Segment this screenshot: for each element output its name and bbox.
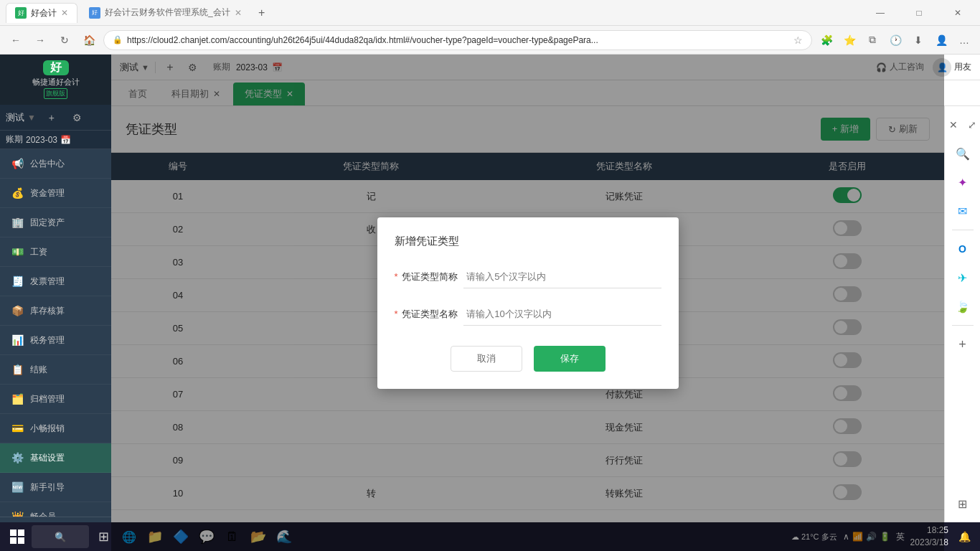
- sidebar-item-settlement[interactable]: 📋 结账: [0, 355, 111, 385]
- modal-footer: 取消 保存: [395, 346, 661, 372]
- profile-button[interactable]: 👤: [931, 30, 951, 50]
- browser-tab-1-label: 好会计云财务软件管理系统_会计: [105, 6, 230, 19]
- extensions-button[interactable]: 🧩: [816, 30, 837, 50]
- cancel-button[interactable]: 取消: [451, 346, 522, 372]
- window-controls: — □ ✕: [864, 3, 974, 23]
- name-label-text: 凭证类型名称: [402, 309, 458, 319]
- sidebar-item-member[interactable]: 👑 畅会员: [0, 502, 111, 517]
- sidebar-item-payroll[interactable]: 💵 工资: [0, 237, 111, 267]
- sidebar-item-announcement[interactable]: 📢 公告中心: [0, 149, 111, 179]
- sidebar-logo: 好 畅捷通好会计 旗舰版: [0, 55, 111, 105]
- start-button[interactable]: [6, 525, 29, 548]
- sidebar-item-expense[interactable]: 💳 小畅报销: [0, 414, 111, 443]
- panel-expand-button[interactable]: ⤢: [968, 119, 976, 131]
- payroll-icon: 💵: [10, 245, 24, 259]
- add-button[interactable]: +: [42, 108, 62, 128]
- minimize-button[interactable]: —: [864, 3, 897, 23]
- sidebar-item-member-label: 畅会员: [30, 511, 56, 517]
- panel-outlook-button[interactable]: O: [950, 236, 976, 262]
- sidebar-item-fixed-assets[interactable]: 🏢 固定资产: [0, 208, 111, 237]
- modal-form: * 凭证类型简称 * 凭证类型名称: [395, 265, 661, 326]
- guide-icon: 🆕: [10, 480, 24, 494]
- name-row: * 凭证类型名称: [395, 303, 661, 326]
- svg-rect-3: [18, 537, 24, 544]
- maximize-button[interactable]: □: [903, 3, 936, 23]
- panel-feather-button[interactable]: ✈: [950, 265, 976, 291]
- sidebar-item-inventory[interactable]: 📦 库存核算: [0, 296, 111, 326]
- sidebar-item-settings-label: 基础设置: [30, 452, 65, 464]
- reload-button[interactable]: ↻: [55, 30, 75, 50]
- add-voucher-type-modal: 新增凭证类型 * 凭证类型简称 * 凭证类型名称 取消 保存: [377, 217, 679, 389]
- company-name: 测试: [6, 111, 24, 124]
- panel-divider-2: [952, 325, 974, 326]
- modal-overlay[interactable]: 新增凭证类型 * 凭证类型简称 * 凭证类型名称 取消 保存: [111, 55, 944, 551]
- company-selector[interactable]: 测试 ▼: [6, 111, 36, 124]
- sidebar-item-invoice[interactable]: 🧾 发票管理: [0, 267, 111, 296]
- sidebar-item-announcement-label: 公告中心: [30, 158, 65, 170]
- top-bar-actions: + ⚙: [42, 108, 88, 128]
- panel-divider: [952, 230, 974, 230]
- sidebar-item-archive[interactable]: 🗂️ 归档管理: [0, 385, 111, 414]
- fixed-assets-icon: 🏢: [10, 215, 24, 230]
- abbr-row: * 凭证类型简称: [395, 265, 661, 288]
- panel-ai-button[interactable]: ✦: [950, 169, 976, 195]
- svg-rect-2: [10, 537, 17, 544]
- browser-tab-2-close[interactable]: ✕: [61, 8, 68, 18]
- user-label: 用友: [954, 61, 971, 73]
- notification-button[interactable]: 🔔: [954, 527, 974, 547]
- archive-icon: 🗂️: [10, 392, 24, 406]
- collections-button[interactable]: ⧉: [862, 30, 882, 50]
- sidebar-item-guide[interactable]: 🆕 新手引导: [0, 473, 111, 502]
- panel-add-button[interactable]: +: [950, 331, 976, 357]
- tab-favicon-2: 好: [15, 7, 27, 19]
- history-button[interactable]: 🕐: [885, 30, 905, 50]
- browser-tab-2[interactable]: 好 好会计 ✕: [6, 3, 77, 23]
- period-value: 2023-03: [26, 135, 57, 145]
- period-tag: 账期 2023-03 📅: [6, 133, 105, 146]
- browser-title-bar: 好 好会计 ✕ 好 好会计云财务软件管理系统_会计 ✕ + — □ ✕: [0, 0, 980, 26]
- name-input[interactable]: [463, 303, 661, 326]
- settings-button[interactable]: ⚙: [67, 108, 88, 128]
- close-button[interactable]: ✕: [941, 3, 974, 23]
- taskbar-search[interactable]: 🔍: [32, 525, 89, 548]
- panel-grid-button[interactable]: ⊞: [950, 491, 976, 517]
- forward-button[interactable]: →: [30, 30, 50, 50]
- home-button[interactable]: 🏠: [79, 30, 99, 50]
- favorites-button[interactable]: ⭐: [839, 30, 859, 50]
- panel-message-button[interactable]: ✉: [950, 198, 976, 224]
- abbr-input[interactable]: [463, 265, 661, 288]
- sidebar-item-archive-label: 归档管理: [30, 393, 65, 405]
- sidebar-item-invoice-label: 发票管理: [30, 276, 65, 288]
- sidebar-item-tax-label: 税务管理: [30, 334, 65, 347]
- sidebar-item-inventory-label: 库存核算: [30, 305, 65, 317]
- logo-icon: 好: [43, 60, 69, 75]
- tax-icon: 📊: [10, 333, 24, 347]
- back-button[interactable]: ←: [6, 30, 26, 50]
- save-button[interactable]: 保存: [534, 346, 606, 372]
- sidebar-item-capital[interactable]: 💰 资金管理: [0, 179, 111, 208]
- new-tab-button[interactable]: +: [253, 4, 270, 22]
- sidebar-item-expense-label: 小畅报销: [30, 423, 65, 435]
- sidebar-item-tax[interactable]: 📊 税务管理: [0, 326, 111, 355]
- settings-nav-icon: ⚙️: [10, 451, 24, 465]
- name-label: * 凭证类型名称: [395, 308, 458, 321]
- address-text: https://cloud2.chanjet.com/accounting/uh…: [127, 35, 789, 45]
- browser-toolbar: 🧩 ⭐ ⧉ 🕐 ⬇ 👤 …: [816, 30, 974, 50]
- settings-browser-button[interactable]: …: [954, 30, 974, 50]
- sidebar-item-settings[interactable]: ⚙️ 基础设置: [0, 443, 111, 473]
- browser-address-bar: ← → ↻ 🏠 🔒 https://cloud2.chanjet.com/acc…: [0, 26, 980, 55]
- right-panel-header: ✕ ⤢: [945, 112, 981, 138]
- browser-tab-1[interactable]: 好 好会计云财务软件管理系统_会计 ✕: [80, 3, 250, 23]
- address-bar[interactable]: 🔒 https://cloud2.chanjet.com/accounting/…: [103, 30, 812, 50]
- panel-search-button[interactable]: 🔍: [950, 141, 976, 166]
- invoice-icon: 🧾: [10, 274, 24, 288]
- capital-icon: 💰: [10, 186, 24, 200]
- right-panel: ✕ ⤢ 🔍 ✦ ✉ O ✈ 🍃 + ⊞ ⚙: [944, 106, 980, 551]
- browser-tab-1-close[interactable]: ✕: [235, 8, 242, 18]
- downloads-button[interactable]: ⬇: [908, 30, 928, 50]
- sidebar-item-payroll-label: 工资: [30, 246, 47, 258]
- panel-green-button[interactable]: 🍃: [950, 293, 976, 319]
- modal-title: 新增凭证类型: [395, 235, 661, 248]
- svg-rect-0: [10, 529, 17, 536]
- panel-close-button[interactable]: ✕: [949, 119, 958, 131]
